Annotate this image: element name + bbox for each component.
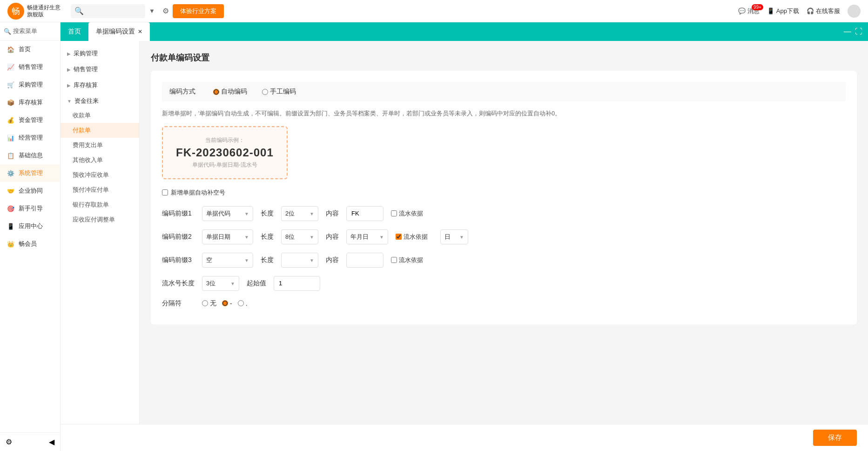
sales-icon: 📈 [7,63,15,71]
manual-code-radio[interactable] [262,89,268,95]
sidebar-item-inventory[interactable]: 📦 库存核算 [0,94,60,111]
prefix2-content-select-input[interactable]: 年月日 年月 年 [350,233,384,240]
sidebar-item-enterprise[interactable]: 🤝 企业协同 [0,182,60,200]
prefix1-waterfall-label[interactable]: 流水依据 [391,209,428,218]
tab-close-icon[interactable]: ✕ [138,28,142,35]
tab-maximize-icon[interactable]: ⛶ [855,27,862,36]
save-button[interactable]: 保存 [813,430,857,446]
sub-item-prepay-pay[interactable]: 预付冲应付单 [61,182,139,197]
prefix2-waterfall-unit-select[interactable]: 日 月 年 ▼ [440,229,468,244]
tab-serial[interactable]: 单据编码设置 ✕ [88,22,150,41]
prefix2-waterfall-checkbox[interactable] [396,234,402,240]
sub-item-prepay-recv[interactable]: 预收冲应收单 [61,168,139,182]
search-icon-sidebar: 🔍 [4,28,11,35]
manual-code-option[interactable]: 手工编码 [262,88,296,96]
tab-minimize-icon[interactable]: — [844,27,851,36]
sub-item-receipt[interactable]: 收款单 [61,108,139,123]
sep-dash-option[interactable]: - [222,300,232,307]
tabbar-actions: — ⛶ [844,27,868,36]
prefix3-select-input[interactable]: 空 单据代码 单据日期 [206,256,249,263]
gear-icon[interactable]: ⚙ [162,7,169,15]
sep-dot-radio[interactable] [238,300,244,306]
collapse-icon[interactable]: ◀ [49,438,54,446]
prefix3-length-select[interactable]: ▼ [281,253,318,268]
prefix1-select[interactable]: 单据代码 单据日期 空 ▼ [202,206,253,221]
sidebar-item-system[interactable]: ⚙️ 系统管理 [0,164,60,182]
message-icon: 💬 [738,7,746,14]
sidebar-item-finance[interactable]: 💰 资金管理 [0,111,60,129]
encoding-method-label: 编码方式 [169,88,202,96]
search-icon: 🔍 [74,7,84,15]
app-download-btn[interactable]: 📱 App下载 [767,7,799,15]
auto-code-radio[interactable] [213,89,219,95]
sub-group-inventory-title[interactable]: ▶ 库存核算 [61,78,139,92]
sidebar-item-purchase[interactable]: 🛒 采购管理 [0,76,60,94]
prefix2-select[interactable]: 单据日期 单据代码 空 ▼ [202,229,253,244]
sub-group-inventory: ▶ 库存核算 [61,78,139,92]
sub-group-purchase-title[interactable]: ▶ 采购管理 [61,47,139,61]
prefix1-length-select[interactable]: 2位 4位 6位 ▼ [281,206,318,221]
tab-home[interactable]: 首页 [61,22,88,41]
sidebar-item-vip[interactable]: 👑 畅会员 [0,235,60,253]
sub-group-sales-title[interactable]: ▶ 销售管理 [61,62,139,76]
prefix2-select-input[interactable]: 单据日期 单据代码 空 [206,233,249,240]
sidebar-item-home[interactable]: 🏠 首页 [0,40,60,58]
trial-btn[interactable]: 体验行业方案 [173,4,224,18]
prefix3-content-input[interactable] [346,253,384,268]
prefix2-length-select-input[interactable]: 8位 4位 6位 [285,233,314,240]
app-logo: 畅 畅捷通好生意 旗舰版 [7,3,63,20]
prefix2-row: 编码前缀2 单据日期 单据代码 空 ▼ 长度 8位 [162,229,846,244]
message-btn[interactable]: 💬 消息 99+ [738,7,760,15]
sidebar-bottom: ⚙ ◀ [0,432,60,451]
prefix2-content-select[interactable]: 年月日 年月 年 ▼ [346,229,388,244]
encoding-radio-group: 自动编码 手工编码 [213,88,303,96]
prefix3-content-label: 内容 [326,256,339,264]
prefix3-waterfall-label[interactable]: 流水依据 [391,256,428,264]
prefix2-unit-select-input[interactable]: 日 月 年 [444,233,464,240]
serial-length-select-input[interactable]: 3位 4位 5位 [206,280,235,287]
topbar-search[interactable]: 🔍 [71,4,145,18]
separator-radios: 无 - . [202,299,248,308]
content-area: 首页 单据编码设置 ✕ — ⛶ ▶ 采购管理 [61,22,868,451]
sidebar-item-operations[interactable]: 📊 经营管理 [0,129,60,147]
sub-item-ar-ap[interactable]: 应收应付调整单 [61,212,139,227]
sub-item-payment[interactable]: 付款单 [61,123,139,138]
prefix1-length-select-input[interactable]: 2位 4位 6位 [285,210,314,217]
basic-icon: 📋 [7,151,15,160]
sub-item-other-income[interactable]: 其他收入单 [61,153,139,168]
sidebar-search[interactable]: 🔍 搜索菜单 [0,22,60,40]
sub-item-bank[interactable]: 银行存取款单 [61,197,139,212]
prefix1-content-input[interactable] [346,206,384,221]
prefix1-select-input[interactable]: 单据代码 单据日期 空 [206,210,249,217]
sep-dot-option[interactable]: . [238,300,248,307]
prefix2-waterfall-label[interactable]: 流水依据 [396,233,433,241]
serial-length-select[interactable]: 3位 4位 5位 ▼ [202,276,239,291]
sidebar-item-app-center[interactable]: 📱 应用中心 [0,217,60,235]
online-service-btn[interactable]: 🎧 在线客服 [807,7,840,15]
sep-none-option[interactable]: 无 [202,299,216,308]
prefix3-length-select-input[interactable] [285,256,314,263]
prefix2-length-select[interactable]: 8位 4位 6位 ▼ [281,229,318,244]
sidebar-item-sales[interactable]: 📈 销售管理 [0,58,60,76]
auto-code-option[interactable]: 自动编码 [213,88,247,96]
topbar-center: 🔍 ▼ ⚙ 体验行业方案 [63,4,738,18]
topbar: 畅 畅捷通好生意 旗舰版 🔍 ▼ ⚙ 体验行业方案 💬 消息 99+ 📱 App… [0,0,868,22]
arrow-icon: ▶ [67,83,71,88]
prefix3-waterfall-checkbox[interactable] [391,257,397,263]
sep-none-radio[interactable] [202,300,208,306]
topbar-dropdown[interactable]: ▼ [149,7,155,14]
prefix3-select[interactable]: 空 单据代码 单据日期 ▼ [202,253,253,268]
sep-dash-radio[interactable] [222,300,228,306]
message-badge: 99+ [752,4,763,10]
serial-row: 流水号长度 3位 4位 5位 ▼ 起始值 [162,276,846,291]
settings-icon[interactable]: ⚙ [6,438,12,446]
prefix1-waterfall-checkbox[interactable] [391,210,397,216]
auto-fill-checkbox[interactable] [162,189,168,195]
sub-item-expense[interactable]: 费用支出单 [61,138,139,153]
download-icon: 📱 [767,7,774,14]
sidebar-item-guide[interactable]: 🎯 新手引导 [0,200,60,217]
user-avatar[interactable] [848,5,861,18]
sidebar-item-basic[interactable]: 📋 基础信息 [0,147,60,164]
sub-group-capital-title[interactable]: ▼ 资金往来 [61,94,139,108]
start-value-input[interactable] [274,276,320,291]
